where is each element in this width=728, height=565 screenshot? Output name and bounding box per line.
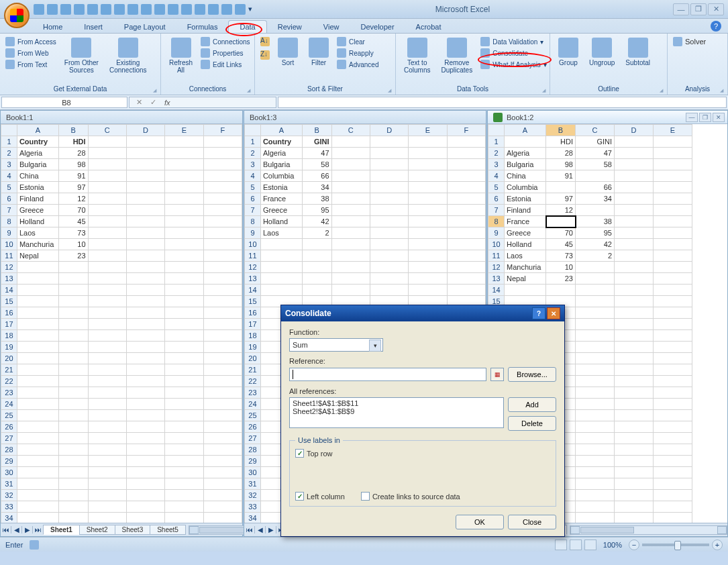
cell[interactable] [203, 273, 242, 285]
cell[interactable]: Columbia [505, 182, 546, 193]
column-header[interactable]: C [331, 125, 370, 136]
cell[interactable] [58, 421, 88, 433]
cell[interactable] [88, 262, 126, 273]
q13-icon[interactable] [195, 4, 205, 15]
cell[interactable] [88, 239, 126, 250]
cell[interactable] [576, 262, 615, 273]
cell[interactable] [17, 387, 58, 399]
cell[interactable] [203, 182, 242, 193]
row-header[interactable]: 4 [245, 170, 261, 182]
cell[interactable] [576, 319, 615, 330]
cell[interactable] [370, 285, 408, 296]
cell[interactable] [58, 444, 88, 456]
cell[interactable] [447, 136, 485, 148]
cell[interactable]: 12 [58, 193, 88, 205]
cell[interactable] [409, 227, 447, 239]
cell[interactable] [165, 456, 203, 467]
cell[interactable] [615, 410, 654, 421]
cell[interactable] [165, 387, 203, 399]
solver-button[interactable]: Solver [672, 36, 707, 47]
cell[interactable]: GINI [302, 136, 331, 148]
cell[interactable] [546, 285, 576, 296]
cell[interactable] [17, 342, 58, 353]
cell[interactable] [409, 262, 447, 273]
row-header[interactable]: 16 [245, 307, 261, 319]
column-header[interactable]: B [546, 125, 576, 136]
sheet-tab[interactable]: Sheet3 [115, 525, 151, 535]
cell[interactable] [447, 170, 485, 182]
sort-desc-button[interactable]: Z↓ [259, 50, 271, 60]
cell[interactable] [409, 239, 447, 250]
column-header[interactable]: F [203, 125, 242, 136]
cell[interactable] [447, 262, 485, 273]
cell[interactable] [302, 239, 331, 250]
cell[interactable] [126, 148, 164, 159]
cell[interactable] [165, 478, 203, 490]
row-header[interactable]: 19 [1, 342, 17, 353]
tab-data[interactable]: Data [228, 20, 266, 33]
cell[interactable] [576, 307, 615, 319]
cell[interactable] [203, 319, 242, 330]
sheet-nav-button[interactable]: ⏮ [244, 526, 255, 533]
cell[interactable] [203, 205, 242, 216]
cell[interactable] [88, 501, 126, 513]
cell[interactable] [615, 387, 654, 399]
row-header[interactable]: 23 [1, 387, 17, 399]
reference-item[interactable]: Sheet2!$A$1:$B$9 [293, 407, 501, 415]
cell[interactable]: Manchuria [17, 239, 58, 250]
cell[interactable] [126, 296, 164, 307]
cell[interactable] [58, 410, 88, 421]
cell[interactable] [615, 273, 654, 285]
cell[interactable] [203, 170, 242, 182]
sheet-nav-button[interactable]: ⏭ [33, 526, 44, 533]
cell[interactable] [409, 273, 447, 285]
cell[interactable] [654, 307, 692, 319]
cell[interactable] [370, 193, 408, 205]
sheet-nav-button[interactable]: ⏮ [1, 526, 11, 533]
cell[interactable] [370, 262, 408, 273]
cell[interactable] [88, 285, 126, 296]
row-header[interactable]: 10 [245, 239, 261, 250]
cell[interactable]: 38 [576, 216, 615, 227]
cell[interactable] [88, 467, 126, 478]
from-text-button[interactable]: From Text [4, 59, 58, 70]
cell[interactable] [58, 262, 88, 273]
cell[interactable] [58, 478, 88, 490]
row-header[interactable]: 32 [1, 490, 17, 501]
cell[interactable] [615, 216, 654, 227]
cell[interactable] [409, 136, 447, 148]
cell[interactable] [165, 376, 203, 387]
cell[interactable] [17, 353, 58, 364]
cell[interactable] [88, 319, 126, 330]
tab-view[interactable]: View [313, 21, 350, 33]
cell[interactable] [260, 285, 302, 296]
row-header[interactable]: 29 [1, 456, 17, 467]
cell[interactable]: Nepal [505, 273, 546, 285]
cell[interactable] [88, 376, 126, 387]
cell[interactable] [203, 478, 242, 490]
cell[interactable] [126, 410, 164, 421]
row-header[interactable]: 1 [488, 136, 505, 148]
row-header[interactable]: 8 [245, 216, 261, 227]
cell[interactable] [58, 330, 88, 342]
cell[interactable] [203, 456, 242, 467]
cell[interactable] [126, 399, 164, 410]
cell[interactable] [126, 467, 164, 478]
create-links-checkbox[interactable]: Create links to source data [361, 492, 460, 501]
cell[interactable] [165, 273, 203, 285]
cell[interactable] [576, 467, 615, 478]
cell[interactable] [17, 307, 58, 319]
macro-icon[interactable] [30, 540, 39, 550]
cell[interactable] [447, 227, 485, 239]
cell[interactable] [17, 285, 58, 296]
cell[interactable] [576, 296, 615, 307]
cell[interactable]: 95 [576, 227, 615, 239]
cell[interactable] [370, 182, 408, 193]
enter-icon[interactable]: ✓ [150, 98, 156, 107]
row-header[interactable]: 9 [245, 227, 261, 239]
cell[interactable] [203, 376, 242, 387]
cell[interactable] [203, 399, 242, 410]
cell[interactable]: 73 [58, 227, 88, 239]
cell[interactable] [126, 376, 164, 387]
cell[interactable] [409, 285, 447, 296]
